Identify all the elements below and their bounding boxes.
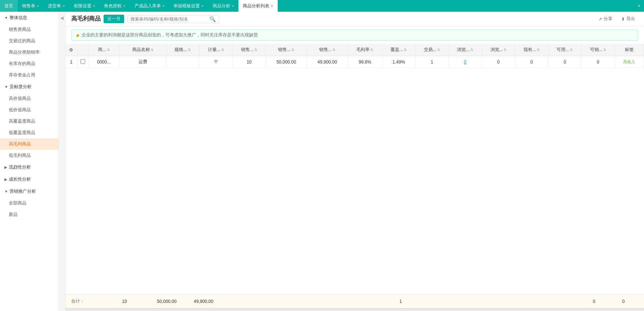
nav-template[interactable]: 单据模板设置 × [169, 0, 208, 12]
col-spec[interactable]: 规格...⇅ [166, 44, 199, 56]
nav-product-analysis-close[interactable]: × [232, 4, 234, 8]
col-current-stock[interactable]: 现有...⇅ [515, 44, 548, 56]
sidebar-item-high-coverage[interactable]: 高覆盖度商品 [0, 116, 58, 127]
nav-purchase-close[interactable]: × [62, 4, 65, 8]
row-checkbox[interactable] [80, 59, 85, 64]
export-icon: ⬇ [621, 17, 625, 22]
sort-icon-ss: ⇅ [603, 48, 606, 52]
sidebar-group-marketing[interactable]: ▼ 营销推广分析 [0, 185, 58, 198]
col-checkbox [77, 44, 88, 56]
table-row: 1 0000... 运费 个 10 50,000.00 49,900.00 99… [65, 56, 644, 68]
nav-permission[interactable]: 权限设置 × [69, 0, 100, 12]
browse1-link[interactable]: 0 [464, 59, 467, 65]
nav-permission-close[interactable]: × [93, 4, 95, 8]
nav-product-list-close[interactable]: × [271, 4, 273, 8]
nav-product-in[interactable]: 产成品入库单 × [130, 0, 169, 12]
share-btn[interactable]: ↗ 分享 [596, 15, 615, 23]
nav-product-analysis[interactable]: 商品分析 × [208, 0, 238, 12]
col-sales-profit[interactable]: 销售...⇅ [307, 44, 348, 56]
sidebar-item-high-value[interactable]: 高价值商品 [0, 93, 58, 104]
export-btn[interactable]: ⬇ 导出 [618, 15, 638, 23]
search-input[interactable] [130, 17, 209, 22]
search-icon[interactable]: 🔍 [209, 16, 216, 22]
sort-icon-name: ⇅ [151, 48, 154, 52]
col-sales-qty[interactable]: 销售...⇅ [233, 44, 266, 56]
cell-sellable-stock: 0 [582, 56, 615, 68]
sidebar-item-low-value[interactable]: 低价值商品 [0, 104, 58, 116]
cell-current-stock: 0 [515, 56, 548, 68]
period-btn[interactable]: 近一月 [104, 15, 124, 23]
sidebar-item-category-rate[interactable]: 商品分类助销率 [0, 47, 58, 58]
cell-sales-qty: 10 [233, 56, 266, 68]
sidebar-item-high-margin[interactable]: 高毛利商品 [0, 138, 58, 150]
col-tag: 标签 [615, 44, 644, 56]
sort-icon-cs: ⇅ [537, 48, 540, 52]
cell-checkbox[interactable] [77, 56, 88, 68]
bottom-scrollbar[interactable] [65, 308, 644, 311]
sidebar-group-growth[interactable]: ▶ 成长性分析 [0, 173, 58, 185]
col-sales-amount[interactable]: 销售...⇅ [266, 44, 307, 56]
sidebar-collapse-btn[interactable]: ◀ [59, 12, 65, 311]
close-all-tabs[interactable]: × [634, 3, 644, 8]
info-banner: ◆ 企业的主要的利润都是这部分商品创造的，可考虑加大推广，同时关注库存是不要出现… [71, 29, 638, 41]
col-margin[interactable]: 毛利率⇅ [348, 44, 382, 56]
col-available-stock[interactable]: 可用...⇅ [548, 44, 581, 56]
search-box: 🔍 [127, 15, 219, 23]
col-unit[interactable]: 计量...⇅ [199, 44, 232, 56]
arrow-icon-3: ▶ [4, 165, 7, 169]
col-coverage[interactable]: 覆盖...⇅ [382, 44, 415, 56]
sort-icon-b1: ⇅ [470, 48, 473, 52]
sort-icon-amount: ⇅ [291, 48, 294, 52]
sidebar-group-overview[interactable]: ▼ 整体信息 [0, 12, 58, 24]
nav-role[interactable]: 角色授权 × [100, 0, 130, 12]
sort-icon: ⇅ [107, 48, 110, 52]
nav-purchase[interactable]: 进货单 × [43, 0, 69, 12]
footer-current-stock: 0 [579, 299, 609, 304]
col-browse1[interactable]: 浏览...⇅ [449, 44, 482, 56]
col-trade[interactable]: 交易...⇅ [415, 44, 449, 56]
nav-product-analysis-list[interactable]: 商品分析列表 × [238, 0, 277, 12]
cell-code: 0000... [88, 56, 119, 68]
nav-sales[interactable]: 销售单 × [18, 0, 43, 12]
settings-icon[interactable]: ⚙ [69, 47, 73, 53]
arrow-icon-5: ▼ [4, 189, 8, 194]
content-area: 高毛利商品 近一月 🔍 ↗ 分享 ⬇ 导出 ◆ 企业的主要的利润都是这部分商品创… [65, 12, 644, 311]
sidebar-item-sales-goods[interactable]: 销售类商品 [0, 24, 58, 35]
nav-product-in-close[interactable]: × [162, 4, 165, 8]
arrow-icon: ▼ [4, 16, 8, 20]
tag-label: 高收入 [623, 59, 635, 64]
col-settings[interactable]: ⚙ [65, 44, 77, 56]
info-text: 企业的主要的利润都是这部分商品创造的，可考虑加大推广，同时关注库存是不要出现缺货 [82, 32, 258, 38]
nav-home[interactable]: 首页 [0, 0, 18, 12]
nav-template-close[interactable]: × [201, 4, 204, 8]
footer-sales-profit: 49,900.00 [185, 299, 222, 304]
collapse-icon: ◀ [60, 15, 64, 21]
col-sellable-stock[interactable]: 可销...⇅ [582, 44, 615, 56]
sidebar-item-low-coverage[interactable]: 低覆盖度商品 [0, 127, 58, 138]
footer-sales-qty: 10 [101, 299, 148, 304]
sidebar-group-trend[interactable]: ▶ 流趋性分析 [0, 161, 58, 173]
table-footer: 合计： 10 50,000.00 49,900.00 1 0 0 [65, 294, 644, 308]
cell-browse1[interactable]: 0 [449, 56, 482, 68]
footer-available-stock: 0 [609, 299, 638, 304]
col-code[interactable]: 商...⇅ [88, 44, 119, 56]
cell-sales-amount: 50,000.00 [266, 56, 307, 68]
sidebar-item-low-margin[interactable]: 低毛利商品 [0, 150, 58, 161]
sidebar-group-contribution[interactable]: ▼ 贡献度分析 [0, 81, 58, 93]
table-container[interactable]: ⚙ 商...⇅ 商品名称⇅ 规格...⇅ 计量...⇅ [65, 44, 644, 294]
sidebar-item-stock-capital[interactable]: 库存资金占用 [0, 69, 58, 81]
footer-sales-amount: 50,000.00 [148, 299, 185, 304]
sidebar-item-all-goods[interactable]: 全部商品 [0, 198, 58, 209]
sidebar-item-new-goods[interactable]: 新品 [0, 209, 58, 220]
cell-name: 运费 [119, 56, 166, 68]
sort-icon-profit: ⇅ [332, 48, 335, 52]
cell-spec [166, 56, 199, 68]
sidebar-item-traded-goods[interactable]: 交易过的商品 [0, 35, 58, 47]
nav-role-close[interactable]: × [123, 4, 125, 8]
col-browse2[interactable]: 浏览...⇅ [482, 44, 515, 56]
nav-sales-close[interactable]: × [37, 4, 39, 8]
sidebar-item-stock-goods[interactable]: 有库存的商品 [0, 58, 58, 69]
col-name[interactable]: 商品名称⇅ [119, 44, 166, 56]
sort-icon-b2: ⇅ [504, 48, 507, 52]
table-header-row: ⚙ 商...⇅ 商品名称⇅ 规格...⇅ 计量...⇅ [65, 44, 644, 56]
